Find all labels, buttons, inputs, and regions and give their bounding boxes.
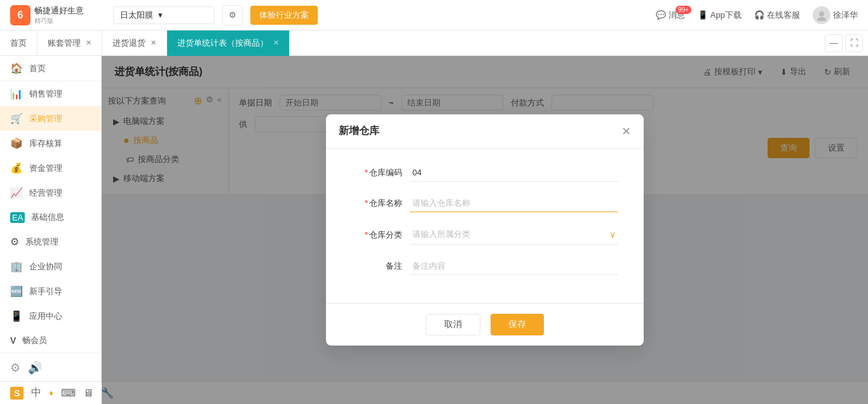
gear-button[interactable]: ⚙ [222,5,243,25]
sidebar-item-finance[interactable]: 💰 资金管理 [0,156,101,180]
volume-icon[interactable]: 🔊 [28,361,42,375]
settings-icon[interactable]: ⚙ [10,361,20,375]
store-name: 日太阳膜 [120,10,153,21]
modal-body: *仓库编码 *仓库名称 *仓库分类 [326,149,644,303]
chevron-down-icon: ∨ [609,229,616,239]
sidebar-item-label: 新手引导 [29,286,62,297]
avatar [813,6,831,24]
form-row-category: *仓库分类 请输入所属分类 ∨ [351,225,618,245]
form-row-remark: 备注 [351,257,618,275]
dot-icon: ♦ [49,388,53,398]
message-button[interactable]: 💬 消息 99+ [656,10,685,21]
category-select[interactable]: 请输入所属分类 ∨ [410,225,618,245]
modal-footer: 取消 保存 [326,303,644,346]
sidebar-item-apps[interactable]: 📱 应用中心 [0,304,101,328]
new-warehouse-modal: 新增仓库 ✕ *仓库编码 *仓库名称 [326,114,644,346]
apps-icon: 📱 [10,310,23,322]
home-icon: 🏠 [10,62,23,74]
vip-icon: V [10,335,16,346]
message-badge: 99+ [675,6,691,14]
remark-label: 备注 [351,260,402,272]
tab-close-icon[interactable]: ✕ [273,39,279,47]
sidebar-item-label: 企业协同 [29,261,62,273]
home-tab-label: 首页 [10,37,27,49]
code-label: *仓库编码 [351,167,402,178]
trial-button[interactable]: 体验行业方案 [250,6,318,25]
tabbar-actions: — ⛶ [825,34,868,52]
form-row-name: *仓库名称 [351,194,618,212]
modal-overlay: 新增仓库 ✕ *仓库编码 *仓库名称 [102,56,868,404]
finance-icon: 💰 [10,162,23,174]
app-sub: 精巧版 [34,17,84,25]
logo-icon: 6 [10,5,31,25]
remark-input[interactable] [410,257,618,275]
headset-icon: 🎧 [754,10,764,20]
tab-purchase-stats[interactable]: 进货单统计表（按商品） ✕ [167,30,290,56]
chevron-down-icon: ▾ [158,10,163,20]
account-tab-label: 账套管理 [48,37,81,49]
topbar: 6 畅捷通好生意 精巧版 日太阳膜 ▾ ⚙ 体验行业方案 💬 消息 99+ 📱 … [0,0,868,30]
main-layout: 🏠 首页 📊 销售管理 🛒 采购管理 📦 库存核算 💰 资金管理 📈 经营管理 … [0,56,868,404]
category-placeholder: 请输入所属分类 [412,229,470,240]
tabbar: 首页 账套管理 ✕ 进货退货 ✕ 进货单统计表（按商品） ✕ — ⛶ [0,30,868,56]
online-service-button[interactable]: 🎧 在线客服 [754,10,800,21]
enterprise-icon: 🏢 [10,260,23,273]
category-label: *仓库分类 [351,229,402,241]
tab-account[interactable]: 账套管理 ✕ [37,30,102,56]
tab-purchase-return[interactable]: 进货退货 ✕ [102,30,167,56]
name-label: *仓库名称 [351,198,402,209]
content-area: 进货单统计(按商品) 🖨 按模板打印 ▾ ⬇ 导出 ↻ 刷新 [102,56,868,404]
s-brand-icon[interactable]: S [10,387,24,400]
modal-close-button[interactable]: ✕ [621,126,631,137]
warehouse-name-input[interactable] [410,194,618,212]
phone-icon: 📱 [698,10,708,20]
logo-area: 6 畅捷通好生意 精巧版 [10,5,105,25]
tab-maximize-button[interactable]: ⛶ [845,34,863,52]
purchase-icon: 🛒 [10,112,23,125]
system-icon: ⚙ [10,236,19,248]
keyboard-icon[interactable]: ⌨ [61,387,76,399]
warehouse-code-input[interactable] [410,164,618,182]
topbar-right: 💬 消息 99+ 📱 App下载 🎧 在线客服 徐泽华 [656,6,858,24]
sidebar-item-home[interactable]: 🏠 首页 [0,56,101,81]
sidebar-item-label: 经营管理 [29,187,62,199]
sidebar-item-operations[interactable]: 📈 经营管理 [0,180,101,205]
inventory-icon: 📦 [10,137,23,149]
monitor-icon[interactable]: 🖥 [83,387,93,399]
sidebar-item-sales[interactable]: 📊 销售管理 [0,81,101,106]
app-name: 畅捷通好生意 [34,5,84,17]
sales-icon: 📊 [10,88,23,100]
svg-point-0 [819,11,824,17]
sidebar-item-label: 资金管理 [29,163,62,174]
sidebar-item-basic[interactable]: EA 基础信息 [0,205,101,229]
app-download-button[interactable]: 📱 App下载 [698,10,742,21]
tab-close-icon[interactable]: ✕ [86,39,92,47]
sidebar-item-label: 系统管理 [25,236,58,248]
sidebar-item-label: 采购管理 [29,113,62,125]
tab-close-icon[interactable]: ✕ [151,39,156,47]
modal-header: 新增仓库 ✕ [326,114,644,149]
message-icon: 💬 [656,10,666,20]
sidebar-item-purchase[interactable]: 🛒 采购管理 [0,106,101,131]
tab-home[interactable]: 首页 [0,30,37,56]
user-menu[interactable]: 徐泽华 [813,6,858,24]
purchase-stats-tab-label: 进货单统计表（按商品） [177,37,268,49]
sidebar-item-system[interactable]: ⚙ 系统管理 [0,229,101,254]
modal-title: 新增仓库 [339,125,379,138]
tab-minimize-button[interactable]: — [825,34,843,52]
purchase-return-tab-label: 进货退货 [112,37,146,49]
operations-icon: 📈 [10,187,23,199]
sidebar-item-inventory[interactable]: 📦 库存核算 [0,131,101,156]
sidebar-item-guide[interactable]: 🆕 新手引导 [0,279,101,304]
sidebar-item-label: 应用中心 [29,311,62,322]
store-selector[interactable]: 日太阳膜 ▾ [113,6,215,24]
sidebar-item-vip[interactable]: V 畅会员 [0,328,101,353]
guide-icon: 🆕 [10,285,23,297]
save-button[interactable]: 保存 [491,314,544,335]
cancel-button[interactable]: 取消 [426,314,480,335]
svg-point-1 [817,17,826,21]
basic-icon: EA [10,212,25,223]
sidebar-item-enterprise[interactable]: 🏢 企业协同 [0,254,101,279]
sidebar-item-label: 首页 [29,63,46,74]
zh-icon[interactable]: 中 [31,386,41,400]
